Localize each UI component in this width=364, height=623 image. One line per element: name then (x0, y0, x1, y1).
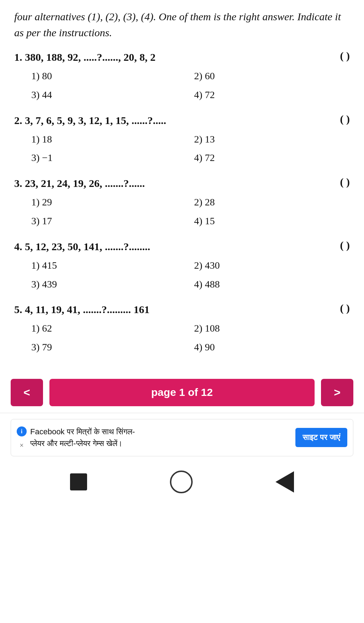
question-2-options: 1) 18 2) 13 3) −1 4) 72 (14, 131, 350, 166)
question-2-text: 2. 3, 7, 6, 5, 9, 3, 12, 1, 15, ......?.… (14, 113, 333, 128)
q4-opt1: 1) 415 (31, 258, 187, 274)
q1-opt3: 3) 44 (31, 87, 187, 103)
page-info-button[interactable]: page 1 of 12 (49, 379, 315, 406)
q3-opt2: 2) 28 (194, 194, 350, 210)
intro-text: four alternatives (1), (2), (3), (4). On… (0, 0, 364, 46)
question-5-bracket: ( ) (333, 302, 350, 314)
question-5-options: 1) 62 2) 108 3) 79 4) 90 (14, 321, 350, 355)
q1-opt1: 1) 80 (31, 68, 187, 84)
divider (0, 413, 364, 413)
q4-opt3: 3) 439 (31, 276, 187, 292)
question-4-text: 4. 5, 12, 23, 50, 141, .......?........ (14, 239, 333, 254)
questions-area: 1. 380, 188, 92, .....?......, 20, 8, 2 … (0, 46, 364, 372)
q2-opt1: 1) 18 (31, 131, 187, 147)
ad-info-icon: i (17, 426, 27, 436)
ad-visit-button[interactable]: साइट पर जाएं (295, 428, 347, 447)
q2-opt4: 4) 72 (194, 150, 350, 166)
question-3-bracket: ( ) (333, 176, 350, 188)
ad-text-area: Facebook पर मित्रों के साथ सिंगल- प्लेयर… (30, 426, 135, 449)
question-block-2: 2. 3, 7, 6, 5, 9, 3, 12, 1, 15, ......?.… (14, 113, 350, 166)
question-4-options: 1) 415 2) 430 3) 439 4) 488 (14, 258, 350, 292)
ad-text-line1: Facebook पर मित्रों के साथ सिंगल- (30, 426, 135, 437)
q5-opt2: 2) 108 (194, 321, 350, 337)
question-block-3: 3. 23, 21, 24, 19, 26, .......?...... ( … (14, 176, 350, 229)
q4-opt2: 2) 430 (194, 258, 350, 274)
q3-opt3: 3) 17 (31, 213, 187, 229)
pagination-bar: < page 1 of 12 > (0, 372, 364, 413)
ad-banner: i × Facebook पर मित्रों के साथ सिंगल- प्… (11, 419, 353, 456)
q4-opt4: 4) 488 (194, 276, 350, 292)
nav-back-button[interactable] (275, 471, 294, 493)
q3-opt4: 4) 15 (194, 213, 350, 229)
ad-close-icon[interactable]: × (20, 441, 23, 450)
question-3-text: 3. 23, 21, 24, 19, 26, .......?...... (14, 176, 333, 191)
page-wrapper: four alternatives (1), (2), (3), (4). On… (0, 0, 364, 504)
q5-opt3: 3) 79 (31, 339, 187, 355)
q1-opt4: 4) 72 (194, 87, 350, 103)
question-2-bracket: ( ) (333, 113, 350, 125)
bottom-nav-bar (0, 462, 364, 504)
q2-opt3: 3) −1 (31, 150, 187, 166)
next-page-button[interactable]: > (321, 379, 353, 406)
question-1-text: 1. 380, 188, 92, .....?......, 20, 8, 2 (14, 50, 333, 65)
q1-opt2: 2) 60 (194, 68, 350, 84)
question-block-5: 5. 4, 11, 19, 41, .......?......... 161 … (14, 302, 350, 355)
q3-opt1: 1) 29 (31, 194, 187, 210)
question-5-text: 5. 4, 11, 19, 41, .......?......... 161 (14, 302, 333, 317)
question-block-1: 1. 380, 188, 92, .....?......, 20, 8, 2 … (14, 50, 350, 103)
question-block-4: 4. 5, 12, 23, 50, 141, .......?........ … (14, 239, 350, 292)
q5-opt4: 4) 90 (194, 339, 350, 355)
question-4-bracket: ( ) (333, 239, 350, 251)
ad-left: i × Facebook पर मित्रों के साथ सिंगल- प्… (17, 426, 290, 450)
question-3-options: 1) 29 2) 28 3) 17 4) 15 (14, 194, 350, 229)
prev-page-button[interactable]: < (11, 379, 43, 406)
q5-opt1: 1) 62 (31, 321, 187, 337)
question-1-options: 1) 80 2) 60 3) 44 4) 72 (14, 68, 350, 103)
q2-opt2: 2) 13 (194, 131, 350, 147)
nav-circle-button[interactable] (170, 471, 193, 493)
nav-square-button[interactable] (70, 473, 87, 490)
question-1-bracket: ( ) (333, 50, 350, 62)
ad-text-line2: प्लेयर और मल्टी-प्लेयर गेम्स खेलें। (30, 437, 135, 449)
